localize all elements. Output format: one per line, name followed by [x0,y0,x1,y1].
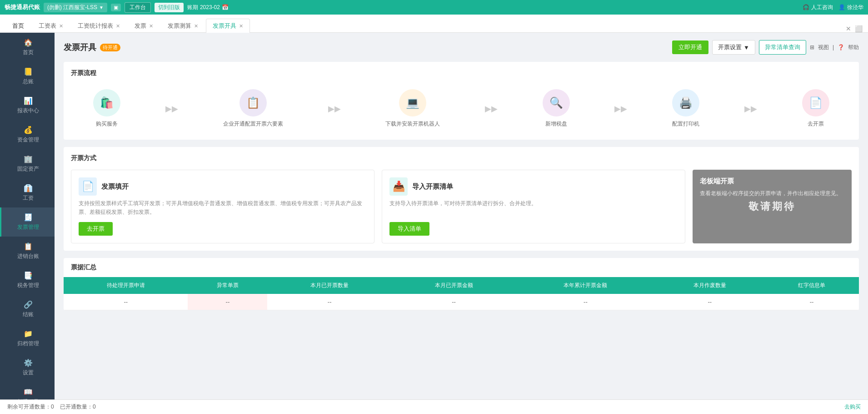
method-section-title: 开票方式 [71,154,852,162]
flow-step-taxdisk[interactable]: 🔍 新增税盘 [543,89,570,128]
calendar-icon[interactable]: 📅 [222,4,229,10]
configure-label: 企业开通配置开票六要素 [223,120,283,128]
tab-payroll[interactable]: 工资表 ✕ [32,19,70,33]
flow-step-configure[interactable]: 📋 企业开通配置开票六要素 [223,89,283,128]
close-invoice-tab-icon[interactable]: ✕ [149,23,153,29]
company-selector[interactable]: (勿删) 江西服宝-LSS ▼ [44,3,107,12]
page-title-actions: 立即开通 开票设置 ▼ 异常清单查询 ⊞ 视图 | ❓ 帮助 [672,40,859,55]
remaining-quota: 剩余可开通数量：0 [7,404,54,410]
home-icon: 🏠 [24,38,33,47]
method-card-manual: 📄 发票填开 支持按照发票样式手工填写开发票；可开具增值税电子普通发票、增值税普… [71,170,374,243]
tab-invoice-calc[interactable]: 发票测算 ✕ [161,19,205,33]
sidebar-item-reports[interactable]: 📊 报表中心 [0,91,55,120]
method-card-import: 📥 导入开票清单 支持导入待开票清单，可对待开票清单进行拆分、合并处理。 导入清… [382,170,685,243]
minimize-icon[interactable]: ✕ [846,25,851,32]
taxdisk-label: 新增税盘 [545,120,567,128]
closing-icon: 🔗 [24,300,33,309]
page-title: 发票开具 待开通 [64,42,120,53]
flow-step-issue[interactable]: 📄 去开票 [802,89,829,128]
sidebar-ledger-label: 总账 [23,78,34,86]
import-method-desc: 支持导入待开票清单，可对待开票清单进行拆分、合并处理。 [389,199,678,217]
tab-payroll-stats-label: 工资统计报表 [78,22,113,30]
page-status-badge: 待开通 [100,44,120,51]
stats-cell-pending: -- [64,294,188,310]
tab-bar-controls: ✕ ⬜ [846,25,863,32]
invoice-mgmt-icon: 🧾 [24,213,33,222]
sidebar-item-assets[interactable]: 🏢 固定资产 [0,149,55,178]
tab-invoice-label: 发票 [135,22,146,30]
sidebar-item-salary[interactable]: 👔 工资 [0,178,55,207]
top-bar-right: 🎧 人工咨询 👤 徐泾华 [803,4,863,11]
tab-invoice[interactable]: 发票 ✕ [128,19,160,33]
manual-method-title: 发票填开 [101,182,129,191]
sidebar-home-label: 首页 [23,49,34,56]
company-arrow-icon: ▼ [99,5,104,10]
sidebar-invoice-mgmt-label: 发票管理 [17,223,39,231]
stats-table-data-row: -- -- -- -- -- -- -- [64,294,859,310]
company-name: (勿删) 江西服宝-LSS [47,4,97,11]
old-platform-card: 老板端开票 查看老板端小程序提交的开票申请，并作出相应处理意见。 敬请期待 [693,170,852,243]
switch-version-button[interactable]: 切到旧版 [155,3,184,12]
import-method-title: 导入开票清单 [412,182,453,191]
flow-arrow-1: ▶▶ [165,104,178,114]
sidebar-item-guide[interactable]: 📖 新手引导 [0,382,55,399]
view-icon: ⊞ [810,44,814,50]
flow-steps: 🛍️ 购买服务 ▶▶ 📋 企业开通配置开票六要素 ▶▶ 💻 下载并安装开票机器人… [71,85,852,132]
stats-section: 票据汇总 待处理开票申请 异常单票 本月已开票数量 本月已开票金额 本年累计开票… [64,258,859,310]
close-invoice-issue-tab-icon[interactable]: ✕ [239,23,243,29]
coming-soon-text: 敬请期待 [748,200,796,213]
period-label: 账期 [187,4,198,11]
close-payroll-tab-icon[interactable]: ✕ [59,23,63,29]
user-menu[interactable]: 👤 徐泾华 [838,4,863,11]
go-issue-button[interactable]: 去开票 [79,222,113,236]
sidebar-item-tax[interactable]: 📑 税务管理 [0,266,55,295]
sidebar-item-general-ledger[interactable]: 📒 总账 [0,62,55,91]
stats-section-title: 票据汇总 [64,258,859,277]
open-settings-button[interactable]: 开票设置 ▼ [712,40,755,55]
customer-service-button[interactable]: 🎧 人工咨询 [803,4,833,11]
maximize-icon[interactable]: ⬜ [855,25,863,32]
sidebar-settings-label: 设置 [23,369,34,377]
assets-icon: 🏢 [24,155,33,163]
import-list-button[interactable]: 导入清单 [389,222,429,236]
manual-method-icon: 📄 [79,177,97,196]
period-value: 2023-02 [200,4,220,10]
page-title-text: 发票开具 [64,42,96,53]
sidebar-item-closing[interactable]: 🔗 结账 [0,295,55,324]
stats-header-red-note: 红字信息单 [764,277,859,294]
stats-header-pending: 待处理开票申请 [64,277,188,294]
old-card-overlay: 敬请期待 [693,170,852,243]
flow-step-buy[interactable]: 🛍️ 购买服务 [93,89,120,128]
sidebar-item-home[interactable]: 🏠 首页 [0,33,55,62]
copy-button[interactable]: ▣ [111,4,121,11]
flow-step-printer[interactable]: 🖨️ 配置打印机 [672,89,699,128]
tab-invoice-issue-label: 发票开具 [213,22,236,30]
flow-arrow-3: ▶▶ [485,104,498,114]
stats-header-year-amount: 本年累计开票金额 [516,277,655,294]
tab-invoice-issue[interactable]: 发票开具 ✕ [206,19,250,33]
immediate-open-button[interactable]: 立即开通 [672,40,708,54]
tab-payroll-stats[interactable]: 工资统计报表 ✕ [71,19,127,33]
bottom-bar-info: 剩余可开通数量：0 已开通数量：0 [7,403,96,411]
sidebar-item-archive[interactable]: 📁 归档管理 [0,324,55,353]
sidebar-item-funds[interactable]: 💰 资金管理 [0,120,55,149]
close-payroll-stats-tab-icon[interactable]: ✕ [116,23,120,29]
flow-arrow-5: ▶▶ [744,104,757,114]
flow-step-download[interactable]: 💻 下载并安装开票机器人 [385,89,440,128]
close-invoice-calc-tab-icon[interactable]: ✕ [194,23,198,29]
sidebar-item-invoice-mgmt[interactable]: 🧾 发票管理 [0,207,55,237]
ledger-icon: 📒 [24,67,33,76]
go-purchase-link[interactable]: 去购买 [844,403,861,411]
sidebar-item-purchase-sales[interactable]: 📋 进销台账 [0,237,55,266]
tab-bar: 首页 工资表 ✕ 工资统计报表 ✕ 发票 ✕ 发票测算 ✕ 发票开具 ✕ ✕ ⬜ [0,15,868,33]
sidebar-item-settings[interactable]: ⚙️ 设置 [0,353,55,382]
top-bar: 畅捷通易代账 (勿删) 江西服宝-LSS ▼ ▣ 工作台 切到旧版 账期 202… [0,0,868,15]
tab-home-label: 首页 [12,22,24,30]
issue-circle: 📄 [802,89,829,116]
issue-label: 去开票 [808,120,824,128]
download-circle: 💻 [399,89,426,116]
abnormal-query-button[interactable]: 异常清单查询 [759,40,806,55]
tab-home[interactable]: 首页 [5,19,31,33]
method-card-manual-header: 📄 发票填开 [79,177,367,196]
workbench-button[interactable]: 工作台 [125,2,151,13]
